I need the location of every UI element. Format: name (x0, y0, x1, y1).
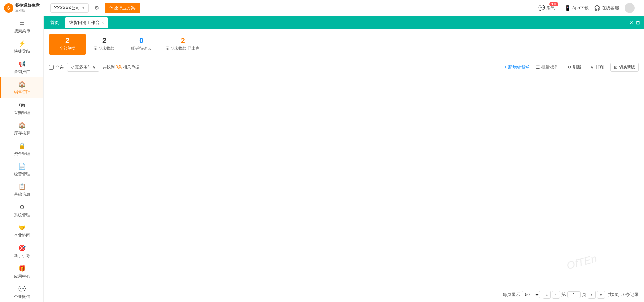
sidebar-item-label-quick-nav: 快捷导航 (14, 49, 30, 54)
refresh-button[interactable]: ↻ 刷新 (565, 63, 584, 72)
top-header: 6 畅捷通好生意 标准版 XXXXXX公司 ▼ ⚙ 体验行业方案 💬 消息 99… (0, 0, 644, 16)
logo-icon: 6 (4, 3, 13, 13)
sidebar-item-funds-mgmt[interactable]: 🔒 资金管理 (0, 139, 43, 159)
content-area: 首页 钱货日清工作台 × ✕ ⊡ 2 全部单据 2 到期未收款 0 旺铺待确认 (44, 16, 644, 302)
enterprise-weixin-icon: 💬 (18, 285, 26, 293)
batch-ops-label: 批量操作 (541, 64, 559, 70)
page-number-input[interactable] (567, 291, 581, 298)
card-overdue-uncollected[interactable]: 2 到期未收款 (86, 34, 123, 55)
select-all-label: 全选 (55, 64, 64, 70)
new-sales-order-button[interactable]: + 新增销货单 (504, 64, 530, 70)
tab-qinghuoricheng[interactable]: 钱货日清工作台 × (65, 17, 108, 28)
batch-ops-button[interactable]: ☰ 批量操作 (533, 63, 561, 72)
app-center-icon: 🎁 (18, 265, 26, 272)
basic-info-icon: 📋 (18, 183, 26, 190)
select-all-input[interactable] (49, 65, 54, 70)
logo-text-block: 畅捷通好生意 标准版 (15, 3, 40, 13)
select-all-checkbox[interactable]: 全选 (49, 64, 64, 70)
page-size-selector: 每页显示 20 50 100 (503, 291, 540, 298)
toolbar-right: + 新增销货单 ☰ 批量操作 ↻ 刷新 🖨 打印 ⊡ 切换新版 (504, 63, 639, 72)
user-avatar[interactable] (625, 3, 635, 13)
card-all-orders[interactable]: 2 全部单据 (49, 34, 86, 55)
company-selector[interactable]: XXXXXX公司 ▼ (50, 3, 89, 13)
sidebar-item-label-sales: 销售管理 (14, 89, 30, 95)
refresh-label: 刷新 (573, 64, 581, 70)
prev-page-button[interactable]: ‹ (552, 291, 560, 299)
sidebar-item-label-enterprise: 企业协同 (14, 233, 30, 238)
next-page-button[interactable]: › (588, 291, 596, 299)
sidebar-item-marketing[interactable]: 📢 营销推广 (0, 57, 43, 77)
sidebar-item-quick-nav[interactable]: ⚡ 快捷导航 (0, 37, 43, 57)
tab-close-button[interactable]: × (102, 20, 104, 25)
messages-badge: 99+ (549, 2, 558, 6)
filter-label: 更多条件 (75, 64, 91, 70)
sidebar-item-label-weixin: 企业微信 (14, 294, 30, 300)
sidebar-item-inventory[interactable]: 🏠 库存核算 (0, 118, 43, 139)
sidebar-item-system-mgmt[interactable]: ⚙ 系统管理 (0, 200, 43, 221)
sidebar-item-label-basic-info: 基础信息 (14, 192, 30, 197)
online-service-icon: 🎧 (594, 5, 600, 11)
total-records: 共0页，0条记录 (608, 292, 639, 298)
sidebar-item-purchase-mgmt[interactable]: 🛍 采购管理 (0, 98, 43, 118)
sidebar-item-app-center[interactable]: 🎁 应用中心 (0, 261, 43, 282)
sidebar-item-label-app-center: 应用中心 (14, 274, 30, 279)
card-all-orders-number: 2 (65, 36, 69, 45)
sidebar-item-enterprise-weixin[interactable]: 💬 企业微信 (0, 282, 43, 302)
app-download-button[interactable]: 📱 App下载 (565, 5, 589, 11)
online-service-button[interactable]: 🎧 在线客服 (594, 5, 619, 11)
switch-label: 切换新版 (619, 64, 635, 70)
settings-button[interactable]: ⚙ (91, 3, 102, 13)
enterprise-coop-icon: 🤝 (18, 224, 26, 231)
pagination: 每页显示 20 50 100 « ‹ 第 页 › » 共0页，0条记录 (44, 287, 644, 302)
message-icon: 💬 (538, 5, 545, 11)
page-suffix: 页 (582, 292, 586, 298)
switch-new-version-button[interactable]: ⊡ 切换新版 (610, 63, 639, 72)
online-service-label: 在线客服 (602, 5, 619, 11)
filter-button[interactable]: ▽ 更多条件 ∨ (67, 63, 99, 72)
tab-bar: 首页 钱货日清工作台 × ✕ ⊡ (44, 16, 644, 29)
header-right: 💬 消息 99+ 📱 App下载 🎧 在线客服 (538, 3, 640, 13)
messages-button[interactable]: 💬 消息 99+ (538, 5, 555, 11)
app-download-label: App下载 (572, 5, 589, 11)
card-overdue-number: 2 (102, 36, 106, 45)
card-all-orders-label: 全部单据 (59, 46, 75, 51)
found-suffix: 相关单据 (123, 65, 139, 69)
filter-dropdown-icon: ∨ (93, 65, 96, 70)
sidebar-item-enterprise-coop[interactable]: 🤝 企业协同 (0, 221, 43, 241)
tab-minimize-icon[interactable]: ✕ (629, 20, 633, 25)
first-page-button[interactable]: « (543, 291, 551, 299)
logo-area: 6 畅捷通好生意 标准版 (4, 3, 48, 13)
company-name: XXXXXX公司 (54, 5, 80, 11)
sidebar-item-label-beginner: 新手引导 (14, 253, 30, 259)
print-icon: 🖨 (590, 65, 594, 70)
last-page-button[interactable]: » (597, 291, 605, 299)
sidebar-item-basic-info[interactable]: 📋 基础信息 (0, 180, 43, 200)
page-size-select-input[interactable]: 20 50 100 (522, 291, 540, 298)
sidebar-item-operations[interactable]: 📄 经营管理 (0, 159, 43, 180)
card-wangpu-pending[interactable]: 0 旺铺待确认 (123, 34, 160, 55)
tab-expand-icon[interactable]: ⊡ (636, 20, 640, 25)
sidebar-item-sales-mgmt[interactable]: 🏠 销售管理 (0, 77, 43, 98)
search-menu-icon: ☰ (18, 19, 26, 27)
page-navigation: « ‹ 第 页 › » (543, 291, 605, 299)
tab-home[interactable]: 首页 (45, 16, 64, 29)
sidebar-item-label-marketing: 营销推广 (14, 69, 30, 75)
sidebar-item-label-funds: 资金管理 (14, 151, 30, 157)
beginner-guide-icon: 🎯 (18, 244, 26, 252)
quick-nav-icon: ⚡ (18, 40, 26, 47)
tab-label-qinghuoricheng: 钱货日清工作台 (69, 20, 100, 26)
batch-ops-icon: ☰ (536, 65, 540, 70)
filter-icon: ▽ (71, 65, 74, 70)
sidebar-item-label-inventory: 库存核算 (14, 130, 30, 136)
card-overdue-unshipped[interactable]: 2 到期未收款 已出库 (160, 34, 206, 55)
try-industry-button[interactable]: 体验行业方案 (105, 3, 140, 13)
toolbar-left: 全选 ▽ 更多条件 ∨ 共找到 0条 相关单据 (49, 63, 501, 72)
sidebar-item-search-menu[interactable]: ☰ 搜索菜单 (0, 16, 43, 37)
system-mgmt-icon: ⚙ (18, 203, 26, 211)
sidebar-item-beginner-guide[interactable]: 🎯 新手引导 (0, 241, 43, 261)
page-label: 第 (561, 292, 566, 298)
print-button[interactable]: 🖨 打印 (587, 63, 607, 72)
marketing-icon: 📢 (18, 60, 26, 68)
sidebar-item-label-purchase: 采购管理 (14, 110, 30, 116)
empty-table-placeholder (44, 75, 644, 287)
